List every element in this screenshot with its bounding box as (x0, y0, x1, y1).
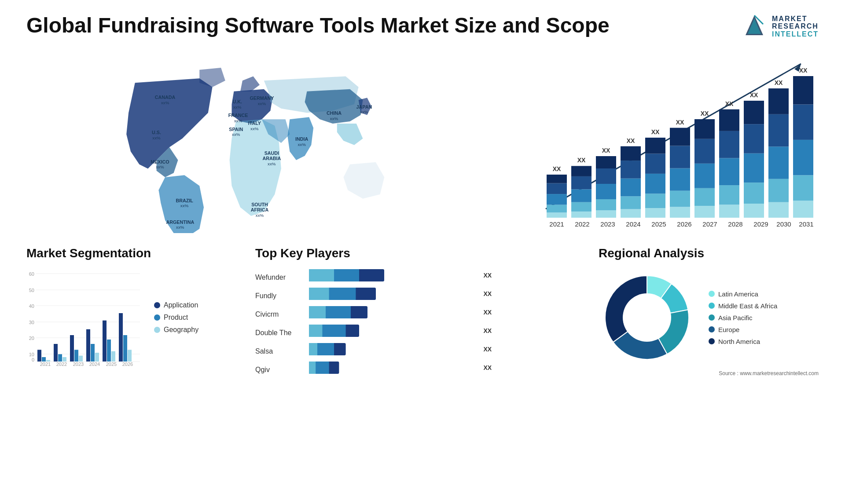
player-bar-row: XX (309, 362, 581, 374)
svg-text:U.S.: U.S. (152, 130, 161, 135)
svg-rect-43 (571, 212, 592, 218)
svg-text:2021: 2021 (549, 220, 564, 228)
legend-item: Geography (154, 326, 198, 334)
regional-container: Latin AmericaMiddle East & AfricaAsia Pa… (599, 269, 819, 366)
player-bar-row: XX (309, 343, 581, 355)
svg-text:JAPAN: JAPAN (356, 104, 372, 110)
svg-rect-140 (103, 321, 107, 362)
header: Global Fundraising Software Tools Market… (26, 13, 819, 40)
svg-text:INDIA: INDIA (295, 136, 308, 142)
svg-rect-138 (91, 344, 95, 362)
svg-rect-93 (768, 146, 789, 179)
svg-rect-139 (95, 353, 99, 362)
segmentation-title: Market Segmentation (26, 246, 238, 260)
svg-rect-82 (719, 131, 739, 158)
players-title: Top Key Players (255, 246, 581, 260)
svg-rect-61 (645, 208, 665, 218)
svg-rect-37 (547, 212, 567, 218)
svg-rect-97 (793, 201, 813, 218)
svg-text:2029: 2029 (753, 220, 768, 228)
player-bar-row: XX (309, 306, 581, 318)
svg-text:2023: 2023 (600, 220, 615, 228)
logo-area: MARKET RESEARCH INTELLECT (741, 13, 819, 40)
svg-rect-91 (768, 202, 789, 218)
svg-text:XX: XX (799, 67, 808, 74)
svg-text:MEXICO: MEXICO (151, 159, 169, 164)
svg-rect-157 (309, 288, 329, 300)
svg-text:60: 60 (29, 271, 34, 277)
regional-legend-dot (709, 303, 715, 309)
svg-rect-133 (62, 357, 66, 362)
regional-legend-item: Asia Pacific (709, 314, 777, 321)
player-name: Wefunder (255, 271, 291, 284)
svg-rect-58 (621, 161, 641, 179)
svg-rect-142 (111, 351, 115, 362)
svg-rect-129 (42, 357, 46, 362)
players-bars: XXXXXXXXXXXX (309, 269, 581, 374)
svg-rect-45 (571, 189, 592, 202)
svg-rect-95 (768, 88, 789, 114)
svg-text:2022: 2022 (56, 362, 67, 366)
legend-item: Application (154, 301, 198, 309)
seg-chart-area: 60 50 40 30 20 10 0 (26, 269, 238, 366)
svg-rect-143 (119, 313, 123, 362)
svg-rect-135 (74, 350, 78, 362)
svg-text:0: 0 (32, 357, 34, 362)
player-bar-svg (309, 288, 476, 300)
players-container: WefunderFundlyCivicrmDouble TheSalsaQgiv… (255, 269, 581, 376)
player-name: Salsa (255, 345, 291, 358)
svg-text:2024: 2024 (89, 362, 100, 366)
svg-text:2030: 2030 (776, 220, 791, 228)
svg-text:xx%: xx% (233, 105, 242, 110)
svg-text:2025: 2025 (106, 362, 117, 366)
regional-legend-dot (709, 291, 715, 297)
legend-dot (154, 327, 160, 333)
svg-rect-92 (768, 179, 789, 202)
svg-rect-76 (694, 139, 715, 164)
svg-rect-83 (719, 110, 739, 131)
svg-text:FRANCE: FRANCE (228, 113, 248, 118)
top-row: CANADA xx% U.S. xx% MEXICO xx% BRAZIL xx… (26, 48, 819, 233)
svg-text:xx%: xx% (360, 110, 368, 114)
seg-chart-container: 60 50 40 30 20 10 0 (26, 269, 141, 366)
svg-rect-67 (670, 207, 690, 218)
svg-rect-101 (793, 76, 813, 104)
page-container: Global Fundraising Software Tools Market… (0, 0, 845, 504)
svg-text:20: 20 (29, 336, 34, 341)
svg-text:xx%: xx% (298, 142, 306, 147)
svg-rect-46 (571, 176, 592, 189)
svg-rect-136 (79, 356, 83, 362)
legend-dot (154, 302, 160, 308)
svg-text:30: 30 (29, 320, 34, 325)
svg-rect-94 (768, 114, 789, 147)
player-bar-label: XX (483, 309, 492, 316)
player-bar-row: XX (309, 288, 581, 300)
player-bar-svg (309, 325, 476, 337)
svg-rect-128 (37, 350, 41, 362)
svg-rect-98 (793, 175, 813, 201)
svg-text:BRAZIL: BRAZIL (176, 198, 193, 203)
regional-section: Regional Analysis Latin AmericaMiddle Ea… (599, 246, 819, 376)
svg-text:CHINA: CHINA (327, 110, 342, 116)
svg-point-170 (623, 293, 671, 342)
svg-text:XX: XX (750, 91, 758, 99)
svg-text:2022: 2022 (575, 220, 589, 228)
svg-text:xx%: xx% (256, 213, 264, 218)
world-map-svg: CANADA xx% U.S. xx% MEXICO xx% BRAZIL xx… (26, 48, 493, 233)
svg-rect-131 (54, 344, 58, 362)
svg-rect-141 (107, 340, 111, 362)
player-bar-label: XX (483, 364, 492, 371)
svg-text:2028: 2028 (728, 220, 742, 228)
svg-rect-99 (793, 140, 813, 175)
svg-rect-51 (596, 184, 616, 199)
svg-text:SPAIN: SPAIN (229, 127, 243, 132)
svg-rect-71 (670, 128, 690, 146)
svg-rect-73 (694, 206, 715, 218)
svg-text:SOUTH: SOUTH (251, 202, 268, 207)
seg-legend: ApplicationProductGeography (154, 301, 198, 334)
svg-text:XX: XX (775, 79, 783, 86)
player-bar-label: XX (483, 272, 492, 279)
svg-rect-85 (744, 204, 764, 218)
player-name: Double The (255, 327, 291, 339)
svg-text:2026: 2026 (677, 220, 691, 228)
